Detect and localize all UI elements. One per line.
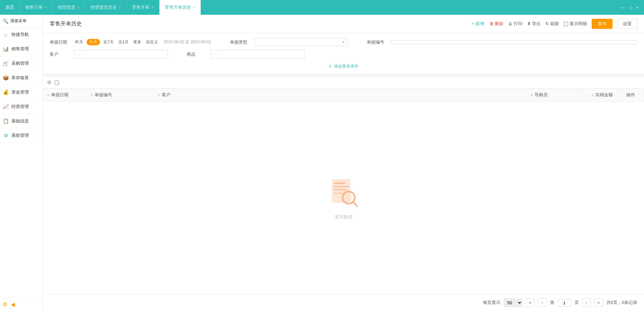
minimize-btn[interactable]: — [621,5,626,10]
export-button[interactable]: ⬆ 导出 [527,21,541,27]
date-btn-more[interactable]: 更多 [132,39,143,45]
sidebar-collapse-icon[interactable]: ◀ [11,301,15,308]
refresh-button[interactable]: ↻ 刷新 [545,21,559,27]
sidebar-settings-icon[interactable]: ⚙ [3,301,7,308]
main-layout: 🔍 搜索采单 ⌂ 快捷导航 📊 销售管理 🛒 采购管理 📦 库存核算 💰 资金管… [0,15,644,311]
th-amount[interactable]: ⇅ 实销金额 [577,89,617,101]
delete-button[interactable]: 🗑 删除 [489,21,504,27]
sidebar-item-basic[interactable]: 📋 基础信息 [0,114,43,128]
sidebar-item-quick-nav[interactable]: ⌂ 快捷导航 [0,28,43,42]
tab-sales-return-history[interactable]: 销货退货历史 × [85,0,127,15]
customer-label: 客户 [50,51,68,57]
customer-dots: ··· [78,52,83,57]
sidebar-item-inventory-label: 库存核算 [11,75,29,81]
first-page-button[interactable]: « [526,298,535,307]
window-controls: — □ × [621,5,644,10]
doc-no-input[interactable] [391,40,637,44]
th-amount-label: 实销金额 [595,92,613,98]
sort-customer-icon: ⇅ [158,93,160,97]
search-icon: 🔍 [3,18,8,24]
date-btn-last1m[interactable]: 近1月 [117,39,130,45]
tab-sales-return-history-label: 销货退货历史 [91,4,117,10]
print-button[interactable]: 🖨 打印 [508,21,523,27]
page-size-select[interactable]: 50 10 20 100 [504,299,523,307]
th-date[interactable]: ⇅ 单据日期 [43,89,87,101]
sidebar-item-operation[interactable]: 📈 经营管理 [0,100,43,114]
tab-retail-open-close[interactable]: × [151,5,153,9]
tab-retail-open-history-close[interactable]: × [193,5,195,9]
goods-input[interactable]: ··· [211,50,305,59]
svg-rect-3 [334,189,347,191]
filter-row-2: 客户 ··· 商品 ··· [50,50,637,59]
date-btn-today[interactable]: 今天 [87,39,100,45]
total-info: 共0页，0条记录 [606,300,637,306]
tab-sales-return[interactable]: 销货退货 × [52,0,85,15]
customer-input[interactable]: ··· [74,50,168,59]
sidebar-item-finance-label: 资金管理 [11,89,29,95]
display-detail-input[interactable] [564,22,568,26]
sort-date-icon: ⇅ [47,93,50,97]
tab-sales-return-label: 销货退货 [58,4,75,10]
sidebar-item-quick-nav-label: 快捷导航 [11,32,29,38]
table-gear-icon[interactable]: ⚙ [47,80,51,86]
tab-sales-order[interactable]: 销售订单 × [20,0,52,15]
sidebar-item-finance[interactable]: 💰 资金管理 [0,85,43,100]
th-customer[interactable]: ⇅ 客户 [154,89,527,101]
query-button[interactable]: 查询 [592,19,612,29]
page-number-input[interactable] [558,299,571,307]
empty-text: 暂无数据 [335,214,352,220]
doc-icon: 📋 [3,118,9,124]
svg-point-6 [345,194,353,202]
tab-retail-open[interactable]: 零售开单 × [127,0,159,15]
svg-line-7 [353,202,357,206]
close-btn[interactable]: × [636,5,639,10]
sidebar-item-inventory[interactable]: 📦 库存核算 [0,71,43,85]
svg-rect-1 [334,183,345,184]
sidebar-item-purchase[interactable]: 🛒 采购管理 [0,56,43,71]
next-page-button[interactable]: › [582,298,591,307]
sidebar-bottom: ⚙ ◀ [0,298,43,311]
setting-button[interactable]: 设置 [617,19,637,29]
add-button[interactable]: + 新增 [472,21,484,27]
empty-icon [327,176,360,209]
tab-retail-open-label: 零售开单 [132,4,149,10]
tab-sales-order-label: 销售订单 [25,4,43,10]
th-no[interactable]: ⇅ 单据编号 [87,89,154,101]
sort-no-icon: ⇅ [91,93,93,97]
goods-label: 商品 [187,51,205,57]
page-size-label: 每页显示 [483,300,500,306]
tab-retail-open-history[interactable]: 零售开单历史 × [159,0,201,15]
tab-home[interactable]: 首页 [0,0,20,15]
date-btn-last7[interactable]: 近7天 [102,39,115,45]
display-detail-checkbox[interactable]: 显示明细 [564,21,587,27]
restore-btn[interactable]: □ [630,5,632,10]
sidebar-item-system[interactable]: ⚙ 系统管理 [0,128,43,143]
prev-page-button[interactable]: ‹ [538,298,547,307]
doc-type-select[interactable]: ▾ [254,38,348,46]
goods-dots: ··· [214,52,220,57]
sidebar-item-purchase-label: 采购管理 [11,60,29,66]
sidebar-search[interactable]: 🔍 搜索采单 [0,15,43,28]
tab-sales-return-close[interactable]: × [77,5,79,9]
pagination: 每页显示 50 10 20 100 « ‹ 第 页 › » 共0页，0条记录 [43,294,644,311]
date-btn-yesterday[interactable]: 昨天 [74,39,85,45]
tab-sales-order-close[interactable]: × [45,5,47,9]
tab-retail-open-history-label: 零售开单历史 [165,4,191,10]
collapse-bar[interactable]: ∧ 收起更多条件 [50,62,637,72]
table-wrapper: ⚙ ⇅ 单据日期 ⇅ 单据编号 ⇅ 客户 ⇅ 导购员 [43,77,644,294]
doc-type-arrow: ▾ [342,40,344,44]
chart-icon: 📊 [3,46,9,52]
content-area: 零售开单历史 + 新增 🗑 删除 🖨 打印 ⬆ 导出 ↻ 刷新 显示明细 查询 … [43,15,644,311]
top-tabbar: 首页 销售订单 × 销货退货 × 销货退货历史 × 零售开单 × 零售开单历史 … [0,0,644,15]
svg-rect-2 [334,186,349,187]
tab-sales-return-history-close[interactable]: × [119,5,121,9]
page-header: 零售开单历史 + 新增 🗑 删除 🖨 打印 ⬆ 导出 ↻ 刷新 显示明细 查询 … [43,15,644,33]
select-all-checkbox[interactable] [55,81,59,85]
date-btn-custom[interactable]: 自定义 [145,39,159,45]
sidebar-item-sales[interactable]: 📊 销售管理 [0,42,43,56]
th-guide[interactable]: ⇅ 导购员 [527,89,577,101]
filter-area: 单据日期 昨天 今天 近7天 近1月 更多 自定义 2023-06-02 至 2… [43,33,644,74]
th-no-label: 单据编号 [95,92,112,98]
last-page-button[interactable]: » [594,298,603,307]
doc-type-label: 单据类型 [230,39,249,45]
